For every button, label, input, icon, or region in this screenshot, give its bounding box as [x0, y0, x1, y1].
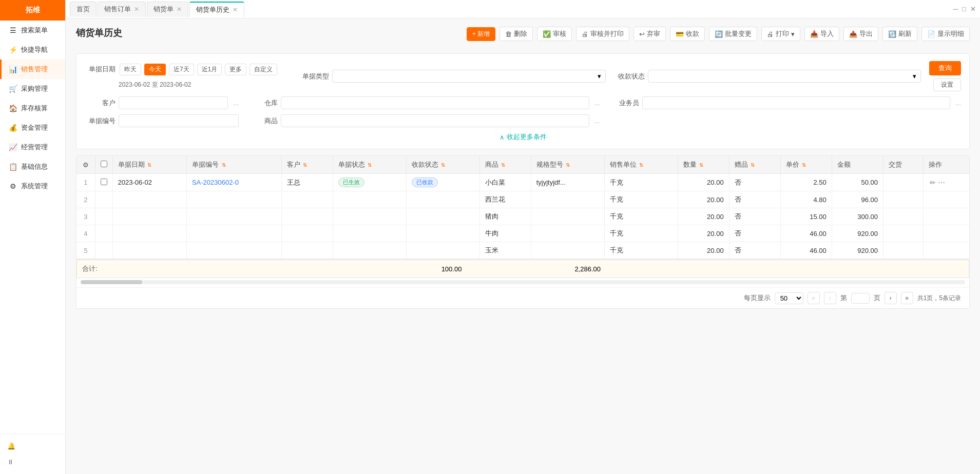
cell-checkbox[interactable] — [95, 174, 112, 191]
warehouse-dots[interactable]: ... — [594, 99, 600, 107]
th-qty[interactable]: 数量 ⇅ — [678, 156, 729, 174]
sidebar-item-operations[interactable]: 📈 经营管理 — [0, 137, 65, 157]
tab-sales-order-close[interactable]: ✕ — [134, 6, 139, 13]
date-btn-7days[interactable]: 近7天 — [169, 64, 194, 75]
th-customer[interactable]: 客户 ⇅ — [281, 156, 333, 174]
next-page-button[interactable]: › — [885, 292, 897, 304]
tab-sales-goods[interactable]: 销货单 ✕ — [147, 2, 188, 17]
salesperson-input[interactable] — [642, 96, 951, 109]
refresh-button[interactable]: 🔃 刷新 — [882, 27, 917, 41]
th-goods[interactable]: 商品 ⇅ — [479, 156, 531, 174]
th-doc-no[interactable]: 单据编号 ⇅ — [186, 156, 281, 174]
th-payment-status[interactable]: 收款状态 ⇅ — [406, 156, 479, 174]
table-body: 1 2023-06-02 SA-20230602-0 王总 已生效 已收款 小白… — [76, 174, 969, 259]
show-details-button[interactable]: 📄 显示明细 — [921, 27, 970, 41]
th-checkbox[interactable] — [95, 156, 112, 174]
warehouse-input[interactable] — [281, 96, 589, 109]
show-details-icon: 📄 — [927, 30, 935, 38]
th-amount[interactable]: 金额 — [832, 156, 883, 174]
print-button[interactable]: 🖨 打印 ▾ — [761, 27, 800, 41]
th-spec[interactable]: 规格型号 ⇅ — [531, 156, 604, 174]
inventory-icon: 🏠 — [9, 104, 17, 112]
cell-checkbox[interactable] — [95, 191, 112, 208]
close-button[interactable]: ✕ — [970, 5, 976, 13]
new-button[interactable]: + 新增 — [467, 27, 495, 41]
table-footer: 合计: 100.00 2,286.00 — [76, 259, 969, 278]
import-button[interactable]: 📥 导入 — [804, 27, 839, 41]
date-btn-today[interactable]: 今天 — [144, 64, 166, 75]
cell-doc-no — [186, 191, 281, 208]
tab-sales-history[interactable]: 销货单历史 ✕ — [189, 2, 244, 17]
sidebar-item-purchase-mgmt[interactable]: 🛒 采购管理 — [0, 79, 65, 98]
page-input[interactable]: 1 — [851, 293, 870, 304]
total-pages-info: 共1页，5条记录 — [917, 294, 961, 303]
minimize-button[interactable]: ─ — [953, 5, 958, 13]
date-btn-more[interactable]: 更多 — [225, 64, 246, 75]
cell-amount: 96.00 — [832, 191, 883, 208]
more-action-icon[interactable]: ⋯ — [938, 179, 945, 187]
sidebar-item-sales-mgmt[interactable]: 📊 销售管理 — [0, 60, 65, 79]
salesperson-dots[interactable]: ... — [955, 99, 961, 107]
select-all-checkbox[interactable] — [101, 161, 107, 167]
edit-action-icon[interactable]: ✏ — [930, 179, 936, 187]
first-page-button[interactable]: « — [808, 292, 820, 304]
batch-change-button[interactable]: 🔄 批量变更 — [709, 27, 757, 41]
sidebar-item-inventory[interactable]: 🏠 库存核算 — [0, 98, 65, 118]
tab-sales-history-close[interactable]: ✕ — [233, 6, 238, 13]
payment-status-select[interactable]: ▾ — [648, 70, 921, 83]
customer-input[interactable] — [119, 96, 228, 109]
doc-no-link[interactable]: SA-20230602-0 — [192, 179, 239, 186]
date-btn-custom[interactable]: 自定义 — [249, 64, 277, 75]
review-button[interactable]: ✅ 审核 — [537, 27, 572, 41]
collapse-button[interactable]: ∧ 收起更多条件 — [85, 132, 961, 142]
th-price[interactable]: 单价 ⇅ — [780, 156, 832, 174]
sidebar-pause[interactable]: ⏸ — [0, 454, 65, 470]
sidebar-item-search-menu[interactable]: ☰ 搜索菜单 — [0, 21, 65, 40]
collect-button[interactable]: 💳 收款 — [670, 27, 705, 41]
pagination: 每页显示 50 100 200 « ‹ 第 1 页 › » 共1页，5条记录 — [76, 287, 969, 308]
th-gift[interactable]: 赠品 ⇅ — [729, 156, 780, 174]
cell-checkbox[interactable] — [95, 242, 112, 259]
customer-dots[interactable]: ... — [233, 99, 239, 107]
th-unit[interactable]: 销售单位 ⇅ — [604, 156, 678, 174]
import-icon: 📥 — [810, 30, 818, 38]
sidebar-item-finance[interactable]: 💰 资金管理 — [0, 118, 65, 137]
prev-page-button[interactable]: ‹ — [824, 292, 836, 304]
goods-dots[interactable]: ... — [594, 117, 600, 125]
tab-home[interactable]: 首页 — [70, 2, 97, 17]
last-page-button[interactable]: » — [901, 292, 913, 304]
doc-type-label: 单据类型 — [298, 72, 329, 81]
th-delivery[interactable]: 交货 — [883, 156, 923, 174]
th-settings[interactable]: ⚙ — [76, 156, 95, 174]
th-doc-date[interactable]: 单据日期 ⇅ — [112, 156, 186, 174]
goods-input[interactable] — [281, 114, 589, 127]
per-page-select[interactable]: 50 100 200 — [775, 292, 803, 304]
cell-checkbox[interactable] — [95, 208, 112, 225]
abandon-button[interactable]: ↩ 弃审 — [633, 27, 666, 41]
cell-goods: 小白菜 — [479, 174, 531, 191]
data-table: ⚙ 单据日期 ⇅ 单据编号 ⇅ — [76, 156, 969, 259]
cell-checkbox[interactable] — [95, 225, 112, 242]
query-button[interactable]: 查询 — [929, 61, 961, 75]
doc-type-select[interactable]: ▾ — [332, 70, 606, 83]
date-btn-yesterday[interactable]: 昨天 — [120, 64, 141, 75]
doc-no-input[interactable] — [119, 114, 239, 127]
sidebar-item-basic-info[interactable]: 📋 基础信息 — [0, 157, 65, 176]
sidebar-item-system[interactable]: ⚙ 系统管理 — [0, 176, 65, 196]
tab-sales-order[interactable]: 销售订单 ✕ — [98, 2, 146, 17]
tab-sales-goods-close[interactable]: ✕ — [177, 6, 182, 13]
delete-button[interactable]: 🗑 删除 — [499, 27, 533, 41]
row-checkbox[interactable] — [101, 179, 107, 185]
date-btn-1month[interactable]: 近1月 — [197, 64, 222, 75]
export-button[interactable]: 📤 导出 — [843, 27, 878, 41]
doc-type-dropdown-icon: ▾ — [598, 72, 601, 80]
sidebar-notification[interactable]: 🔔 — [0, 438, 65, 454]
maximize-button[interactable]: □ — [962, 5, 966, 13]
table-horizontal-scrollbar[interactable] — [81, 280, 965, 284]
sidebar-item-quick-nav[interactable]: ⚡ 快捷导航 — [0, 40, 65, 60]
cell-action: ✏⋯ — [923, 174, 969, 191]
set-button[interactable]: 设置 — [933, 78, 961, 91]
th-doc-status[interactable]: 单据状态 ⇅ — [333, 156, 406, 174]
cell-doc-status — [333, 242, 406, 259]
review-print-button[interactable]: 🖨 审核并打印 — [576, 27, 629, 41]
